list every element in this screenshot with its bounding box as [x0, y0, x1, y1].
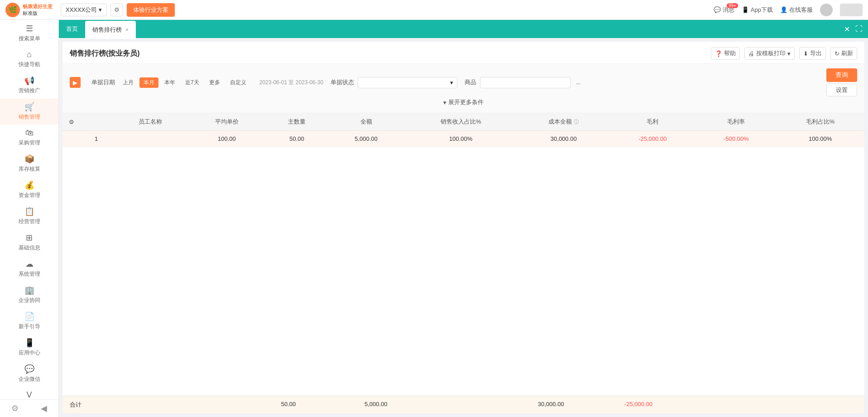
online-service-button[interactable]: 👤 在线客服: [780, 6, 813, 14]
goods-more-icon[interactable]: ...: [576, 79, 580, 86]
sidebar-item-system[interactable]: ☁ 系统管理: [0, 255, 58, 282]
date-tab-this-year[interactable]: 本年: [160, 77, 179, 88]
sidebar-item-wechat[interactable]: 💬 企业微信: [0, 360, 58, 387]
filter-toggle-arrow[interactable]: ▶: [70, 77, 81, 88]
brand-icon: 🌿: [5, 3, 20, 17]
table-row: 1 100.00 50.00 5,000.00 100.00% 30,000.0…: [62, 131, 864, 147]
window-close-icon[interactable]: ✕: [844, 25, 850, 34]
footer-cost: 30,000.00: [507, 401, 595, 409]
row-employee-name: [112, 131, 188, 147]
app-download-button[interactable]: 📱 App下载: [742, 6, 773, 14]
sidebar-item-enterprise[interactable]: 🏢 企业协同: [0, 282, 58, 308]
date-tab-more[interactable]: 更多: [205, 77, 224, 88]
col-rank: [81, 113, 112, 131]
page-title: 销售排行榜(按业务员): [70, 49, 140, 58]
query-button[interactable]: 查询: [826, 68, 857, 82]
footer-sales-ratio: [420, 401, 507, 409]
footer-amount: 5,000.00: [332, 401, 420, 409]
service-icon: 👤: [780, 6, 787, 13]
settings-icon[interactable]: ⚙: [110, 4, 123, 16]
sidebar-nav: ☰ 搜索菜单 ⌂ 快捷导航 📢 营销推广 🛒 销售管理 🛍 采购管理: [0, 20, 58, 399]
footer-profit: -25,000.00: [595, 401, 682, 409]
page-content: 销售排行榜(按业务员) ❓ 帮助 🖨 按模板打印 ▾ ⬇: [62, 42, 864, 413]
footer-profit-rate: [682, 401, 770, 409]
sidebar-collapse-icon[interactable]: ◀: [41, 403, 47, 413]
company-selector[interactable]: XXXXX公司 ▾: [61, 4, 107, 16]
enterprise-icon: 🏢: [24, 285, 34, 295]
col-cost: 成本全额 ⓘ: [518, 113, 609, 131]
tab-sales-ranking[interactable]: 销售排行榜 ×: [85, 21, 136, 39]
app-icon: 📱: [742, 6, 749, 13]
sidebar-item-apps[interactable]: 📱 应用中心: [0, 334, 58, 360]
message-button[interactable]: 💬 消息 99+: [714, 6, 734, 14]
col-profit: 毛利: [609, 113, 696, 131]
home-icon: ⌂: [27, 50, 32, 59]
sidebar-label-marketing: 营销推广: [19, 87, 40, 95]
sidebar-label-sales: 销售管理: [19, 113, 40, 121]
sidebar-item-basic[interactable]: ⊞ 基础信息: [0, 229, 58, 255]
date-tab-this-month[interactable]: 本月: [139, 77, 158, 88]
help-button[interactable]: ❓ 帮助: [711, 47, 740, 60]
sidebar-item-operations[interactable]: 📋 经营管理: [0, 203, 58, 229]
export-button[interactable]: ⬇ 导出: [799, 47, 826, 60]
date-tab-last-month[interactable]: 上月: [119, 77, 138, 88]
chevron-down-icon: ▾: [787, 50, 791, 57]
sidebar-settings-icon[interactable]: ⚙: [11, 403, 19, 413]
system-icon: ☁: [25, 259, 34, 269]
inventory-icon: 📦: [24, 154, 34, 164]
sidebar-item-shortcut[interactable]: ⌂ 快捷导航: [0, 46, 58, 72]
row-sales-ratio: 100.00%: [403, 131, 518, 147]
page-actions: ❓ 帮助 🖨 按模板打印 ▾ ⬇ 导出 ↻: [711, 47, 857, 60]
sidebar-label-inventory: 库存核算: [19, 165, 40, 173]
sales-icon: 🛒: [24, 102, 34, 112]
more-filters-row: ▾ 展开更多条件: [70, 96, 857, 108]
purchase-icon: 🛍: [25, 128, 34, 138]
status-chevron-icon: ▾: [450, 79, 453, 86]
sidebar-label-wechat: 企业微信: [19, 375, 40, 383]
user-name: [840, 4, 863, 16]
marketing-icon: 📢: [24, 76, 34, 86]
wechat-icon: 💬: [24, 364, 34, 374]
date-filter-label: 单据日期: [91, 78, 115, 86]
row-profit-ratio: 100.00%: [776, 131, 864, 147]
sidebar-item-sales[interactable]: 🛒 销售管理: [0, 98, 58, 125]
table-footer: 合计 50.00 5,000.00 30,000.00 -25,000.00: [62, 396, 864, 413]
filter-row: ▶ 单据日期 上月 本月 本年 近7天 更多 自定义: [70, 68, 857, 96]
col-avg-price: 平均单价: [188, 113, 265, 131]
settings-button[interactable]: 设置: [826, 84, 857, 96]
sidebar-item-search[interactable]: ☰ 搜索菜单: [0, 20, 58, 46]
sidebar-item-purchase[interactable]: 🛍 采购管理: [0, 125, 58, 150]
sidebar-item-finance[interactable]: 💰 资金管理: [0, 177, 58, 203]
refresh-button[interactable]: ↻ 刷新: [830, 47, 857, 60]
tab-home[interactable]: 首页: [59, 20, 85, 38]
col-employee-name: 员工名称: [112, 113, 188, 131]
date-tab-custom[interactable]: 自定义: [226, 77, 250, 88]
trial-button[interactable]: 体验行业方案: [127, 3, 175, 17]
row-qty: 50.00: [265, 131, 328, 147]
col-settings[interactable]: ⚙: [62, 113, 81, 131]
cost-info-icon: ⓘ: [574, 119, 579, 125]
template-print-button[interactable]: 🖨 按模板打印 ▾: [744, 47, 795, 60]
sidebar-label-system: 系统管理: [19, 270, 40, 278]
table-container: ⚙ 员工名称 平均单价 主数量 全额 销售收入占比% 成本全额 ⓘ 毛利 毛利率: [62, 113, 864, 396]
fullscreen-icon[interactable]: ⛶: [855, 25, 863, 33]
sidebar-item-newbie[interactable]: 📄 新手引导: [0, 308, 58, 334]
footer-avg-price: [157, 401, 245, 409]
footer-profit-ratio: [770, 401, 857, 409]
row-amount: 5,000.00: [329, 131, 404, 147]
sidebar: ☰ 搜索菜单 ⌂ 快捷导航 📢 营销推广 🛒 销售管理 🛍 采购管理: [0, 20, 59, 417]
expand-filters-button[interactable]: ▾ 展开更多条件: [443, 98, 484, 106]
date-tab-7days[interactable]: 近7天: [181, 77, 203, 88]
goods-filter-input[interactable]: [480, 77, 571, 88]
page-header: 销售排行榜(按业务员) ❓ 帮助 🖨 按模板打印 ▾ ⬇: [62, 42, 864, 64]
sidebar-item-member[interactable]: V 畅会员: [0, 387, 58, 399]
avatar[interactable]: [820, 4, 833, 16]
status-filter-group: 单据状态 ▾: [331, 77, 457, 88]
status-filter-select[interactable]: ▾: [358, 77, 457, 88]
sidebar-item-inventory[interactable]: 📦 库存核算: [0, 150, 58, 177]
tab-close-icon[interactable]: ×: [125, 27, 129, 33]
sidebar-item-marketing[interactable]: 📢 营销推广: [0, 72, 58, 98]
sidebar-label-shortcut: 快捷导航: [19, 61, 40, 68]
refresh-icon: ↻: [834, 50, 839, 57]
message-badge: 99+: [727, 3, 738, 8]
